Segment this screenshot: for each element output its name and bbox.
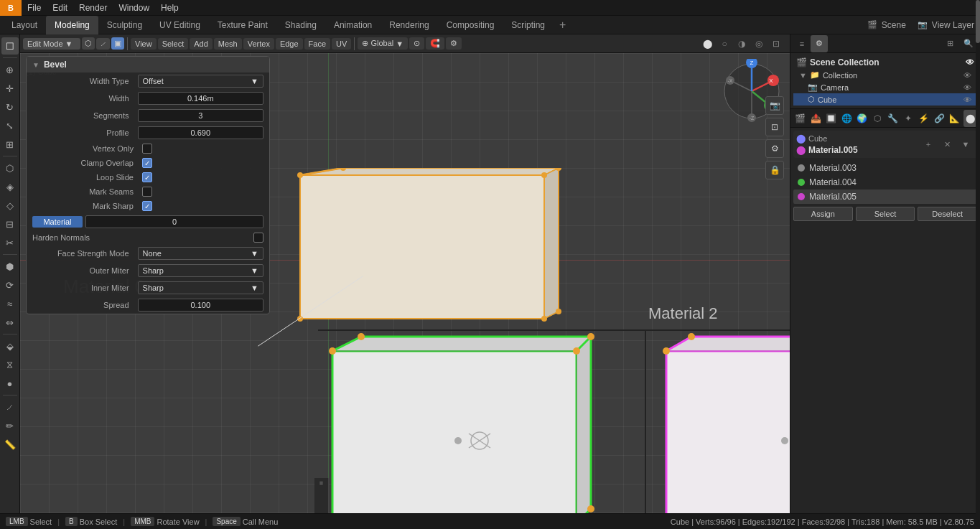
prop-tab-modifier[interactable]: 🔧	[886, 110, 900, 127]
view-menu[interactable]: View	[131, 38, 157, 50]
tab-animation[interactable]: Animation	[325, 16, 381, 34]
loop-slide-check[interactable]	[142, 172, 263, 182]
vertex-menu[interactable]: Vertex	[243, 38, 274, 50]
assign-button[interactable]: Assign	[793, 207, 853, 221]
material-browse-btn[interactable]: ▼	[957, 136, 974, 153]
mark-sharp-check[interactable]	[142, 201, 263, 211]
spread-value[interactable]: 0.100	[138, 299, 263, 312]
select-button[interactable]: Select	[856, 207, 915, 221]
perspective-ortho-btn[interactable]: ⊡	[765, 118, 784, 136]
tool-spin[interactable]: ⟳	[1, 276, 19, 294]
rp-search[interactable]: 🔍	[960, 35, 977, 52]
outer-miter-dropdown[interactable]: Sharp ▼	[138, 264, 263, 277]
tab-modeling[interactable]: Modeling	[46, 16, 98, 34]
sc-collection-item[interactable]: ▼ 📁 Collection 👁	[793, 69, 977, 81]
tool-rip[interactable]: ⟋	[1, 398, 19, 416]
view-layer-label[interactable]: View Layer	[932, 20, 974, 30]
material-add-btn[interactable]: +	[920, 136, 937, 153]
snapping-options[interactable]: ⚙	[446, 37, 462, 50]
face-mode-btn[interactable]: ▣	[111, 37, 124, 50]
scene-label[interactable]: Scene	[882, 20, 906, 30]
rp-filter[interactable]: ⊞	[941, 35, 958, 52]
mark-sharp-checkbox[interactable]	[142, 201, 152, 211]
snap-btn[interactable]: 🧲	[426, 37, 444, 50]
add-menu[interactable]: Add	[190, 38, 213, 50]
loop-slide-checkbox[interactable]	[142, 172, 152, 182]
tab-scripting[interactable]: Scripting	[503, 16, 554, 34]
tool-annotate[interactable]: ✏	[1, 417, 19, 434]
sc-camera-item[interactable]: 📷 Camera 👁	[793, 81, 977, 93]
proportional-btn[interactable]: ⊙	[409, 37, 424, 50]
bevel-panel-header[interactable]: ▼ Bevel	[27, 57, 269, 72]
tool-inset[interactable]: ◈	[1, 178, 19, 195]
menu-help[interactable]: Help	[155, 0, 185, 15]
uv-menu[interactable]: UV	[332, 38, 351, 50]
edge-mode-btn[interactable]: ⟋	[96, 38, 110, 50]
tool-measure[interactable]: 📏	[1, 436, 19, 453]
tool-loop-cut[interactable]: ⊟	[1, 215, 19, 233]
menu-window[interactable]: Window	[113, 0, 155, 15]
prop-tab-scene[interactable]: 🌐	[840, 110, 854, 127]
material-item-004[interactable]: Material.004	[793, 175, 977, 189]
material-value[interactable]: 0	[85, 215, 263, 228]
material-item-005[interactable]: Material.005	[793, 189, 977, 204]
face-menu[interactable]: Face	[304, 38, 330, 50]
vertex-mode-btn[interactable]: ⬡	[82, 37, 95, 50]
clamp-overlap-checkbox[interactable]	[142, 158, 152, 168]
tool-smooth[interactable]: ≈	[1, 295, 19, 312]
tool-poly-build[interactable]: ⬢	[1, 258, 19, 275]
camera-view-btn[interactable]: 📷	[765, 96, 784, 115]
viewport-overlay[interactable]: ◎	[751, 36, 767, 52]
tool-shear[interactable]: ⧖	[1, 356, 19, 373]
tool-transform[interactable]: ⊞	[1, 136, 19, 153]
select-menu[interactable]: Select	[158, 38, 189, 50]
viewport-lock-btn[interactable]: 🔒	[765, 161, 784, 179]
sc-camera-visibility[interactable]: 👁	[963, 83, 971, 92]
prop-tab-constraints[interactable]: 🔗	[933, 110, 947, 127]
edge-menu[interactable]: Edge	[276, 38, 303, 50]
viewport-shading-rendered[interactable]: ◑	[734, 36, 750, 52]
sc-eye-icon[interactable]: 👁	[966, 57, 974, 67]
profile-value[interactable]: 0.690	[138, 126, 263, 139]
vertex-only-checkbox[interactable]	[142, 144, 152, 154]
add-workspace-button[interactable]: +	[554, 19, 571, 32]
tool-bevel[interactable]: ◇	[1, 197, 19, 214]
tool-move[interactable]: ✛	[1, 80, 19, 97]
prop-tab-output[interactable]: 📤	[809, 110, 823, 127]
tool-scale[interactable]: ⤡	[1, 117, 19, 134]
tool-knife[interactable]: ✂	[1, 234, 19, 251]
right-scrollbar[interactable]	[976, 128, 980, 513]
vertex-only-check[interactable]	[142, 144, 263, 154]
tab-rendering[interactable]: Rendering	[381, 16, 437, 34]
tool-extrude[interactable]: ⬡	[1, 159, 19, 177]
prop-tab-view-layer[interactable]: 🔲	[824, 110, 839, 127]
menu-edit[interactable]: Edit	[47, 0, 73, 15]
mesh-menu[interactable]: Mesh	[214, 38, 242, 50]
tool-to-sphere[interactable]: ●	[1, 375, 19, 392]
material-item-003[interactable]: Material.003	[793, 161, 977, 175]
sc-cube-visibility[interactable]: 👁	[963, 95, 971, 104]
tool-shrink[interactable]: ⬙	[1, 337, 19, 355]
rp-tab-properties[interactable]: ⚙	[811, 35, 828, 52]
tab-layout[interactable]: Layout	[3, 16, 46, 34]
viewport-shading-solid[interactable]: ⬤	[699, 36, 715, 52]
tool-cursor[interactable]: ⊕	[1, 61, 19, 78]
edit-mode-dropdown[interactable]: Edit Mode ▼	[23, 38, 80, 50]
width-type-dropdown[interactable]: Offset ▼	[138, 75, 263, 88]
tab-texture-paint[interactable]: Texture Paint	[209, 16, 276, 34]
clamp-overlap-check[interactable]	[142, 158, 263, 168]
tool-select[interactable]: ☐	[1, 37, 19, 55]
sc-cube-item[interactable]: ⬡ Cube 👁	[793, 93, 977, 106]
segments-value[interactable]: 3	[138, 109, 263, 122]
prop-tab-world[interactable]: 🌍	[855, 110, 869, 127]
viewport-shading-material[interactable]: ○	[717, 36, 732, 52]
prop-tab-object-data[interactable]: 📐	[948, 110, 962, 127]
tab-uv-editing[interactable]: UV Editing	[151, 16, 209, 34]
rp-tab-outliner[interactable]: ≡	[793, 35, 811, 52]
deselect-button[interactable]: Deselect	[918, 207, 977, 221]
prop-tab-render[interactable]: 🎬	[793, 110, 808, 127]
tool-rotate[interactable]: ↻	[1, 98, 19, 116]
menu-render[interactable]: Render	[73, 0, 113, 15]
inner-miter-dropdown[interactable]: Sharp ▼	[138, 281, 263, 294]
mark-seams-checkbox[interactable]	[142, 187, 152, 197]
